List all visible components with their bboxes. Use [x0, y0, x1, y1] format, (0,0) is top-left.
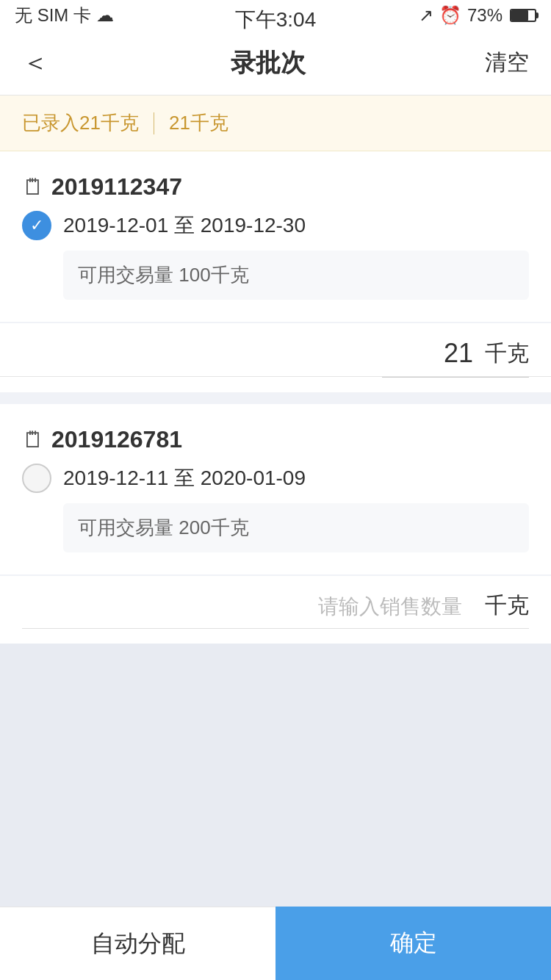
batch1-number: 2019112347: [51, 173, 182, 201]
section-divider: [0, 392, 551, 404]
batch1-unit: 千克: [485, 339, 529, 369]
batch1-radio[interactable]: ✓: [22, 211, 51, 240]
batch1-availability: 可用交易量 100千克: [63, 251, 529, 300]
batch2-input-block: 千克: [0, 576, 551, 644]
batch1-check-icon: ✓: [30, 216, 43, 235]
batch2-unit: 千克: [485, 591, 529, 621]
info-banner: 已录入21千克 21千克: [0, 96, 551, 151]
back-button[interactable]: ＜: [22, 45, 66, 81]
auto-distribute-button[interactable]: 自动分配: [0, 907, 276, 980]
batch2-number: 2019126781: [51, 426, 182, 453]
status-time: 下午3:04: [235, 6, 317, 34]
clear-button[interactable]: 清空: [470, 48, 529, 78]
confirm-button[interactable]: 确定: [276, 907, 551, 980]
batch2-availability: 可用交易量 200千克: [63, 503, 529, 552]
batch1-header: 🗒 2019112347: [22, 173, 529, 201]
status-bar-left: 无 SIM 卡 ☁: [15, 4, 114, 27]
nav-bar: ＜ 录批次 清空: [0, 31, 551, 96]
batch2-doc-icon: 🗒: [22, 428, 44, 453]
batch1-amount-row: 21 千克: [0, 323, 551, 377]
batch1-amount-block: 21 千克: [0, 323, 551, 392]
batch1-date-range: 2019-12-01 至 2019-12-30: [63, 212, 306, 239]
batch2-date-row[interactable]: 2019-12-11 至 2020-01-09: [22, 464, 529, 493]
batch2-card: 🗒 2019126781 2019-12-11 至 2020-01-09 可用交…: [0, 404, 551, 574]
batch2-header: 🗒 2019126781: [22, 426, 529, 453]
empty-area: [0, 644, 551, 937]
banner-divider: [154, 112, 154, 134]
status-bar-right: ↗ ⏰ 73%: [419, 5, 536, 26]
batch2-input-row: 千克: [0, 576, 551, 628]
total-label: 21千克: [169, 110, 228, 136]
batch1-amount-value: 21: [444, 338, 473, 369]
page-title: 录批次: [66, 46, 470, 80]
recorded-label: 已录入21千克: [22, 110, 139, 136]
batch2-date-range: 2019-12-11 至 2020-01-09: [63, 464, 306, 492]
status-bar: 无 SIM 卡 ☁ 下午3:04 ↗ ⏰ 73%: [0, 0, 551, 31]
alarm-icon: ⏰: [439, 5, 461, 26]
batch2-radio[interactable]: [22, 464, 51, 493]
location-icon: ↗: [419, 5, 433, 26]
bottom-bar: 自动分配 确定: [0, 907, 551, 980]
battery-percent: 73%: [467, 5, 503, 26]
batch1-doc-icon: 🗒: [22, 175, 44, 200]
batch1-card: 🗒 2019112347 ✓ 2019-12-01 至 2019-12-30 可…: [0, 151, 551, 322]
battery-icon: [510, 9, 536, 22]
batch1-date-row[interactable]: ✓ 2019-12-01 至 2019-12-30: [22, 211, 529, 240]
no-sim-label: 无 SIM 卡 ☁: [15, 4, 114, 27]
batch2-qty-input[interactable]: [22, 594, 473, 619]
